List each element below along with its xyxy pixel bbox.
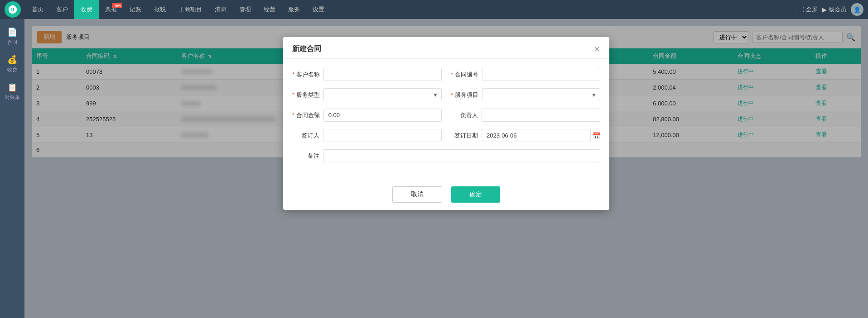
service-item-select-wrapper: ▼ <box>482 88 600 101</box>
form-group-service-item: 服务项目 ▼ <box>451 88 600 101</box>
modal-header: 新建合同 ✕ <box>283 37 609 59</box>
label-sign-date: 签订日期 <box>451 132 478 140</box>
top-navigation: 首页 客户 收费 票据 new 记账 报税 工商项目 消息 管理 经营 服务 设… <box>0 0 868 19</box>
input-customer-name[interactable] <box>323 68 442 81</box>
nav-right: ⛶ 全屏 ▶ 畅会员 👤 <box>798 3 863 16</box>
nav-items: 首页 客户 收费 票据 new 记账 报税 工商项目 消息 管理 经营 服务 设… <box>25 0 798 19</box>
fee-icon: 💰 <box>7 55 17 65</box>
sidebar-item-hetong[interactable]: 📄 合同 <box>0 24 24 49</box>
form-group-customer: 客户名称 <box>292 68 442 81</box>
input-contract-amount[interactable] <box>323 109 442 122</box>
nav-shoufei[interactable]: 收费 <box>74 0 99 19</box>
form-row-3: 合同金额 负责人 <box>292 109 600 122</box>
sidebar-item-duizhangdan[interactable]: 📋 对账单 <box>0 79 24 104</box>
form-group-sign-date: 签订日期 📅 <box>451 129 600 142</box>
member-button[interactable]: ▶ 畅会员 <box>822 5 846 14</box>
date-group: 📅 <box>482 129 600 142</box>
form-group-amount: 合同金额 <box>292 109 442 122</box>
label-service-type: 服务类型 <box>292 91 320 99</box>
sidebar-item-shoufei[interactable]: 💰 收费 <box>0 51 24 77</box>
label-customer: 客户名称 <box>292 71 320 79</box>
fullscreen-button[interactable]: ⛶ 全屏 <box>798 5 818 14</box>
form-row-1: 客户名称 合同编号 <box>292 68 600 81</box>
form-group-service-type: 服务类型 ▼ <box>292 88 442 101</box>
confirm-button[interactable]: 确定 <box>451 186 500 203</box>
nav-home[interactable]: 首页 <box>25 0 50 19</box>
modal-dialog: 新建合同 ✕ 客户名称 合同编号 <box>283 37 609 210</box>
sidebar: 📄 合同 💰 收费 📋 对账单 <box>0 19 24 318</box>
nav-jizhi[interactable]: 记账 <box>123 0 148 19</box>
avatar[interactable]: 👤 <box>851 3 863 16</box>
label-responsible: 负责人 <box>451 111 478 119</box>
form-row-4: 签订人 签订日期 📅 <box>292 129 600 142</box>
nav-piaoju[interactable]: 票据 new <box>99 0 123 19</box>
app-logo <box>5 1 21 18</box>
nav-guanli[interactable]: 管理 <box>233 0 257 19</box>
nav-jingying[interactable]: 经营 <box>257 0 282 19</box>
nav-customer[interactable]: 客户 <box>50 0 74 19</box>
nav-gongshang[interactable]: 工商项目 <box>172 0 208 19</box>
play-icon: ▶ <box>822 6 827 13</box>
modal-overlay: 新建合同 ✕ 客户名称 合同编号 <box>24 19 868 318</box>
form-group-contract-code: 合同编号 <box>451 68 600 81</box>
label-sign-person: 签订人 <box>292 132 319 140</box>
fullscreen-icon: ⛶ <box>798 6 804 13</box>
form-row-5: 备注 <box>292 149 600 162</box>
statement-icon: 📋 <box>7 82 17 92</box>
new-badge: new <box>112 3 122 8</box>
service-type-select-wrapper: ▼ <box>323 88 442 101</box>
user-icon: 👤 <box>854 6 861 13</box>
nav-xiaoxi[interactable]: 消息 <box>208 0 233 19</box>
nav-baoshui[interactable]: 报税 <box>148 0 172 19</box>
label-amount: 合同金额 <box>292 111 320 119</box>
modal-footer: 取消 确定 <box>283 179 609 210</box>
content-area: 新增 服务项目 进行中 已结束 全部 🔍 序号 <box>24 19 868 318</box>
input-sign-person[interactable] <box>323 129 442 142</box>
nav-fuwu[interactable]: 服务 <box>282 0 306 19</box>
main-layout: 📄 合同 💰 收费 📋 对账单 新增 服务项目 进行中 已结束 全部 <box>0 19 868 318</box>
input-contract-code[interactable] <box>482 68 600 81</box>
input-sign-date[interactable] <box>482 129 591 142</box>
form-group-remarks: 备注 <box>292 149 600 162</box>
label-remarks: 备注 <box>292 152 319 160</box>
contract-icon: 📄 <box>7 27 17 37</box>
cancel-button[interactable]: 取消 <box>392 186 442 203</box>
label-contract-code: 合同编号 <box>451 71 478 79</box>
form-group-responsible: 负责人 <box>451 109 600 122</box>
close-button[interactable]: ✕ <box>593 45 600 53</box>
calendar-icon[interactable]: 📅 <box>593 132 600 139</box>
input-responsible[interactable] <box>482 109 600 122</box>
label-service-item: 服务项目 <box>451 91 478 99</box>
nav-shezhi[interactable]: 设置 <box>306 0 331 19</box>
form-row-2: 服务类型 ▼ 服务项目 <box>292 88 600 101</box>
select-service-type[interactable] <box>323 88 442 101</box>
modal-title: 新建合同 <box>292 44 321 54</box>
input-remarks[interactable] <box>323 149 600 162</box>
modal-body: 客户名称 合同编号 服务类型 <box>283 59 609 179</box>
select-service-item[interactable] <box>482 88 600 101</box>
form-group-sign-person: 签订人 <box>292 129 442 142</box>
